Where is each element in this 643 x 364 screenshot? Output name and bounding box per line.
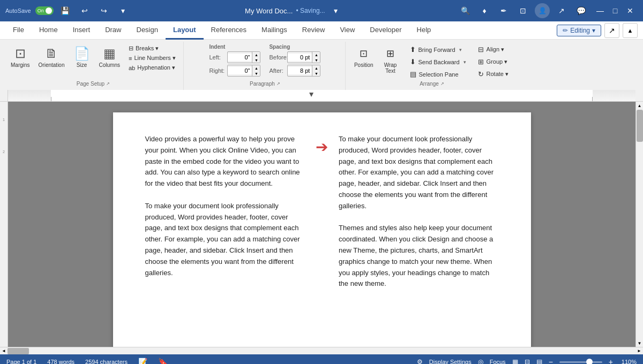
zoom-minus[interactable]: − bbox=[549, 358, 553, 364]
focus-label[interactable]: Focus bbox=[490, 359, 506, 364]
ribbon-collapse-btn[interactable]: ▲ bbox=[623, 23, 638, 38]
indent-left-input[interactable]: ▲ ▼ bbox=[227, 51, 260, 63]
paragraph-expand-icon[interactable]: ↗ bbox=[276, 81, 280, 86]
spacing-before-up[interactable]: ▲ bbox=[312, 52, 320, 57]
tab-insert[interactable]: Insert bbox=[65, 21, 98, 40]
orientation-button[interactable]: 🗎 Orientation bbox=[35, 44, 68, 70]
tab-references[interactable]: References bbox=[204, 21, 254, 40]
present-button[interactable]: ⊡ bbox=[515, 3, 530, 18]
cloud-save-button[interactable]: ♦ bbox=[477, 3, 492, 18]
spacing-after-input[interactable]: ▲ ▼ bbox=[287, 65, 320, 77]
columns-button[interactable]: ▦ Columns bbox=[96, 44, 123, 70]
tab-draw[interactable]: Draw bbox=[98, 21, 129, 40]
scroll-left-button[interactable]: ◄ bbox=[0, 347, 8, 355]
tab-mailings[interactable]: Mailings bbox=[254, 21, 295, 40]
align-button[interactable]: ⊟ Align ▾ bbox=[474, 44, 513, 55]
status-left: Page 1 of 1 478 words 2594 characters 📝 … bbox=[6, 358, 167, 364]
zoom-slider[interactable] bbox=[559, 361, 602, 363]
title-dropdown[interactable]: ▾ bbox=[328, 3, 343, 18]
zoom-level[interactable]: 110% bbox=[619, 359, 637, 364]
profile-icon[interactable]: 👤 bbox=[535, 3, 550, 18]
scroll-down-button[interactable]: ▼ bbox=[636, 339, 643, 347]
spacing-after-value[interactable] bbox=[288, 67, 312, 74]
tab-home[interactable]: Home bbox=[32, 21, 65, 40]
view-icon: ▦ bbox=[512, 358, 518, 364]
margins-button[interactable]: ⊡ Margins bbox=[8, 44, 33, 70]
pencil-icon: ✏ bbox=[563, 27, 568, 34]
redo-button[interactable]: ↪ bbox=[96, 3, 111, 18]
indent-right-up[interactable]: ▲ bbox=[252, 65, 260, 71]
orientation-icon: 🗎 bbox=[45, 46, 58, 61]
indent-group: Indent Left: ▲ ▼ Right: bbox=[209, 44, 260, 77]
indent-left-down[interactable]: ▼ bbox=[252, 57, 260, 63]
tab-layout[interactable]: Layout bbox=[166, 21, 204, 40]
save-button[interactable]: 💾 bbox=[58, 3, 73, 18]
minimize-button[interactable]: — bbox=[593, 3, 608, 18]
indent-left-value[interactable] bbox=[228, 54, 252, 61]
arrange-expand-icon[interactable]: ↗ bbox=[440, 81, 444, 86]
ribbon-share-btn[interactable]: ↗ bbox=[604, 23, 619, 38]
bottom-scroll-thumb[interactable] bbox=[8, 348, 29, 354]
tab-developer[interactable]: Developer bbox=[362, 21, 409, 40]
group-button[interactable]: ⊞ Group ▾ bbox=[474, 56, 513, 67]
line-numbers-button[interactable]: ≡ Line Numbers ▾ bbox=[125, 54, 179, 63]
page-setup-expand-icon[interactable]: ↗ bbox=[106, 81, 110, 86]
hyphenation-button[interactable]: ab Hyphenation ▾ bbox=[125, 63, 179, 72]
align-icon: ⊟ bbox=[478, 46, 484, 54]
spacing-after-down[interactable]: ▼ bbox=[312, 71, 320, 76]
tab-review[interactable]: Review bbox=[295, 21, 333, 40]
undo-button[interactable]: ↩ bbox=[77, 3, 92, 18]
status-bar: Page 1 of 1 478 words 2594 characters 📝 … bbox=[0, 354, 643, 364]
editing-button[interactable]: ✏ Editing ▾ bbox=[557, 25, 601, 36]
share-button[interactable]: ↗ bbox=[554, 3, 569, 18]
breaks-icon: ⊟ bbox=[129, 45, 133, 52]
scroll-up-button[interactable]: ▲ bbox=[636, 102, 643, 109]
pen-button[interactable]: ✒ bbox=[496, 3, 511, 18]
position-button[interactable]: ⊡ Position bbox=[351, 44, 377, 76]
close-button[interactable]: ✕ bbox=[623, 3, 638, 18]
breaks-button[interactable]: ⊟ Breaks ▾ bbox=[125, 44, 179, 53]
bring-forward-button[interactable]: ⬆ Bring Forward ▾ bbox=[406, 44, 470, 55]
spacing-after-up[interactable]: ▲ bbox=[312, 65, 320, 71]
spacing-before-row: Before: ▲ ▼ bbox=[269, 51, 320, 63]
indent-right-value[interactable] bbox=[228, 67, 252, 74]
right-para-1: To make your document look professionall… bbox=[339, 134, 499, 212]
wrap-text-button[interactable]: ⊞ Wrap Text bbox=[379, 44, 402, 76]
document-scroll[interactable]: Video provides a powerful way to help yo… bbox=[8, 102, 635, 347]
display-settings-label[interactable]: Display Settings bbox=[429, 359, 472, 364]
send-backward-button[interactable]: ⬇ Send Backward ▾ bbox=[406, 56, 470, 67]
scroll-right-button[interactable]: ► bbox=[635, 347, 643, 355]
zoom-plus[interactable]: + bbox=[609, 358, 613, 364]
line-numbers-label: Line Numbers ▾ bbox=[134, 55, 176, 62]
tab-view[interactable]: View bbox=[332, 21, 362, 40]
spacing-before-down[interactable]: ▼ bbox=[312, 57, 320, 63]
scroll-thumb[interactable] bbox=[637, 110, 643, 142]
search-button[interactable]: 🔍 bbox=[458, 3, 473, 18]
selection-pane-button[interactable]: ▤ Selection Pane bbox=[406, 69, 470, 80]
tab-help[interactable]: Help bbox=[409, 21, 439, 40]
spacing-before-spinners: ▲ ▼ bbox=[312, 52, 320, 63]
tab-file[interactable]: File bbox=[5, 21, 32, 40]
indent-right-input[interactable]: ▲ ▼ bbox=[227, 65, 260, 77]
size-button[interactable]: 📄 Size bbox=[70, 44, 94, 70]
comments-button[interactable]: 💬 bbox=[573, 3, 588, 18]
document-page: Video provides a powerful way to help yo… bbox=[113, 112, 531, 347]
paragraph-content: Indent Left: ▲ ▼ Right: bbox=[209, 44, 320, 80]
indent-left-row: Left: ▲ ▼ bbox=[209, 51, 260, 63]
scroll-track[interactable] bbox=[636, 109, 643, 339]
autosave-toggle[interactable]: On bbox=[35, 6, 54, 15]
customize-button[interactable]: ▾ bbox=[116, 3, 131, 18]
indent-right-down[interactable]: ▼ bbox=[252, 71, 260, 76]
maximize-button[interactable]: □ bbox=[608, 3, 623, 18]
rotate-button[interactable]: ↻ Rotate ▾ bbox=[474, 69, 513, 80]
bottom-scroll-track[interactable] bbox=[8, 347, 635, 354]
ruler-white-area bbox=[51, 90, 593, 101]
title-bar: AutoSave On 💾 ↩ ↪ ▾ My Word Doc... • Sav… bbox=[0, 0, 643, 21]
line-numbers-icon: ≡ bbox=[129, 55, 132, 62]
indent-left-up[interactable]: ▲ bbox=[252, 52, 260, 57]
spacing-before-input[interactable]: ▲ ▼ bbox=[287, 51, 320, 63]
display-settings-icon: ⚙ bbox=[417, 358, 423, 364]
spacing-before-value[interactable] bbox=[288, 54, 312, 61]
tab-design[interactable]: Design bbox=[129, 21, 166, 40]
paragraph-label: Paragraph ↗ bbox=[250, 80, 280, 88]
